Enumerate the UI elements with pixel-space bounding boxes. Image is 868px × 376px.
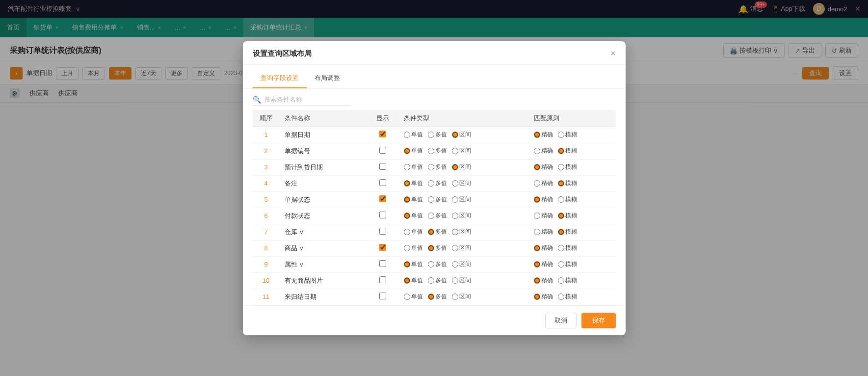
type-radio-single[interactable] bbox=[404, 148, 410, 154]
match-radio-fuzzy[interactable] bbox=[558, 294, 564, 300]
type-radio-range[interactable] bbox=[452, 261, 458, 268]
match-radio-fuzzy[interactable] bbox=[558, 261, 564, 268]
match-radio-exact[interactable] bbox=[534, 245, 540, 251]
row-order: 1 bbox=[253, 127, 280, 143]
display-checkbox[interactable] bbox=[379, 195, 386, 202]
type-radio-range[interactable] bbox=[452, 180, 458, 187]
type-radio-multi[interactable] bbox=[428, 180, 434, 187]
table-row: 5单据状态单值多值区间精确模糊 bbox=[253, 191, 616, 208]
display-checkbox[interactable] bbox=[379, 179, 386, 186]
type-radio-multi[interactable] bbox=[428, 132, 434, 138]
type-radio-single[interactable] bbox=[404, 180, 410, 187]
match-radio-exact[interactable] bbox=[534, 180, 540, 187]
type-radio-single[interactable] bbox=[404, 196, 410, 203]
row-order: 7 bbox=[253, 224, 280, 240]
display-checkbox[interactable] bbox=[379, 212, 386, 218]
type-radio-range[interactable] bbox=[452, 229, 458, 235]
row-name: 单据状态 bbox=[280, 191, 367, 208]
search-input[interactable] bbox=[264, 96, 342, 103]
type-radio-range[interactable] bbox=[452, 196, 458, 203]
type-radio-single[interactable] bbox=[404, 261, 410, 268]
match-radio-exact[interactable] bbox=[534, 213, 540, 219]
row-match-cell: 精确模糊 bbox=[529, 240, 616, 256]
dialog-header: 设置查询区域布局 × bbox=[243, 41, 626, 65]
match-radio-fuzzy[interactable] bbox=[558, 213, 564, 219]
match-radio-exact[interactable] bbox=[534, 261, 540, 268]
type-radio-single[interactable] bbox=[404, 245, 410, 251]
type-radio-multi[interactable] bbox=[428, 261, 434, 268]
row-type-cell: 单值多值区间 bbox=[399, 289, 529, 305]
match-radio-exact[interactable] bbox=[534, 164, 540, 170]
type-radio-multi[interactable] bbox=[428, 196, 434, 203]
match-radio-fuzzy[interactable] bbox=[558, 277, 564, 284]
match-radio-fuzzy[interactable] bbox=[558, 196, 564, 203]
type-radio-range[interactable] bbox=[452, 213, 458, 219]
type-radio-single[interactable] bbox=[404, 229, 410, 235]
display-checkbox[interactable] bbox=[379, 163, 386, 170]
row-match-cell: 精确模糊 bbox=[529, 224, 616, 240]
display-checkbox[interactable] bbox=[379, 260, 386, 267]
type-radio-single[interactable] bbox=[404, 213, 410, 219]
type-radio-multi[interactable] bbox=[428, 229, 434, 235]
match-radio-exact[interactable] bbox=[534, 148, 540, 154]
row-order: 10 bbox=[253, 272, 280, 289]
type-radio-multi[interactable] bbox=[428, 245, 434, 251]
row-order: 4 bbox=[253, 175, 280, 191]
type-radio-range[interactable] bbox=[452, 277, 458, 284]
row-name: 有无商品图片 bbox=[280, 272, 367, 289]
row-match-cell: 精确模糊 bbox=[529, 143, 616, 159]
type-radio-single[interactable] bbox=[404, 164, 410, 170]
type-radio-multi[interactable] bbox=[428, 277, 434, 284]
display-checkbox[interactable] bbox=[379, 131, 386, 137]
row-display-cell bbox=[366, 224, 398, 240]
match-radio-exact[interactable] bbox=[534, 196, 540, 203]
row-name: 预计到货日期 bbox=[280, 159, 367, 175]
row-display-cell bbox=[366, 159, 398, 175]
type-radio-single[interactable] bbox=[404, 294, 410, 300]
row-display-cell bbox=[366, 127, 398, 143]
dialog-close-btn[interactable]: × bbox=[610, 49, 616, 58]
match-radio-fuzzy[interactable] bbox=[558, 245, 564, 251]
row-order: 11 bbox=[253, 289, 280, 305]
row-name: 属性 ∨ bbox=[280, 256, 367, 272]
cancel-btn[interactable]: 取消 bbox=[545, 313, 577, 328]
row-order: 5 bbox=[253, 191, 280, 208]
row-order: 6 bbox=[253, 208, 280, 224]
type-radio-multi[interactable] bbox=[428, 213, 434, 219]
type-radio-range[interactable] bbox=[452, 148, 458, 154]
match-radio-fuzzy[interactable] bbox=[558, 180, 564, 187]
table-row: 4备注单值多值区间精确模糊 bbox=[253, 175, 616, 191]
display-checkbox[interactable] bbox=[379, 147, 386, 154]
match-radio-fuzzy[interactable] bbox=[558, 132, 564, 138]
match-radio-exact[interactable] bbox=[534, 294, 540, 300]
match-radio-exact[interactable] bbox=[534, 277, 540, 284]
table-row: 11来归结日期单值多值区间精确模糊 bbox=[253, 289, 616, 305]
type-radio-single[interactable] bbox=[404, 277, 410, 284]
settings-dialog: 设置查询区域布局 × 查询字段设置 布局调整 🔍 顺序 条件名称 显示 bbox=[243, 41, 626, 335]
table-row: 7仓库 ∨单值多值区间精确模糊 bbox=[253, 224, 616, 240]
match-radio-fuzzy[interactable] bbox=[558, 229, 564, 235]
type-radio-multi[interactable] bbox=[428, 164, 434, 170]
row-type-cell: 单值多值区间 bbox=[399, 127, 529, 143]
tab-query-fields[interactable]: 查询字段设置 bbox=[253, 71, 307, 88]
display-checkbox[interactable] bbox=[379, 244, 386, 251]
type-radio-multi[interactable] bbox=[428, 294, 434, 300]
type-radio-single[interactable] bbox=[404, 132, 410, 138]
match-radio-fuzzy[interactable] bbox=[558, 164, 564, 170]
save-btn[interactable]: 保存 bbox=[581, 313, 616, 328]
row-display-cell bbox=[366, 240, 398, 256]
display-checkbox[interactable] bbox=[379, 228, 386, 235]
display-checkbox[interactable] bbox=[379, 293, 386, 299]
type-radio-range[interactable] bbox=[452, 294, 458, 300]
col-header-order: 顺序 bbox=[253, 110, 280, 127]
type-radio-range[interactable] bbox=[452, 164, 458, 170]
type-radio-range[interactable] bbox=[452, 132, 458, 138]
type-radio-multi[interactable] bbox=[428, 148, 434, 154]
tab-layout[interactable]: 布局调整 bbox=[307, 71, 348, 88]
match-radio-exact[interactable] bbox=[534, 132, 540, 138]
type-radio-range[interactable] bbox=[452, 245, 458, 251]
match-radio-fuzzy[interactable] bbox=[558, 148, 564, 154]
table-row: 2单据编号单值多值区间精确模糊 bbox=[253, 143, 616, 159]
display-checkbox[interactable] bbox=[379, 276, 386, 283]
match-radio-exact[interactable] bbox=[534, 229, 540, 235]
